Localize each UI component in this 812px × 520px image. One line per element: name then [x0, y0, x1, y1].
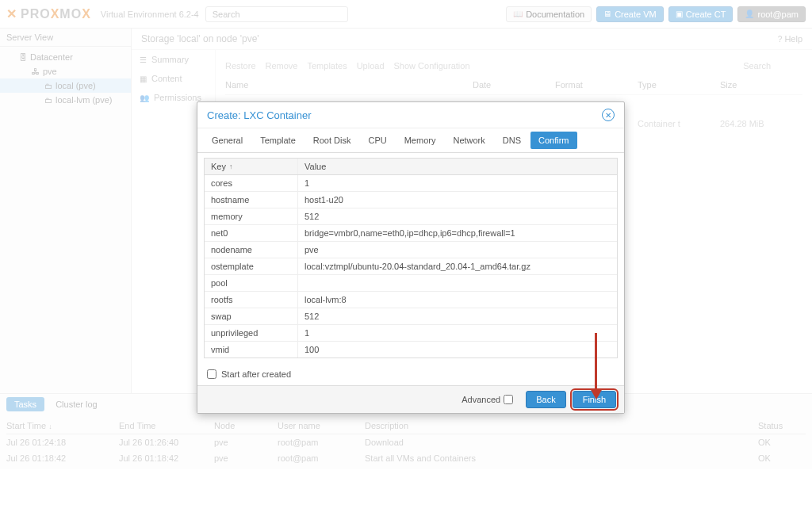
config-row[interactable]: cores1 — [205, 175, 617, 192]
cube-icon: ▣ — [676, 10, 683, 18]
col-key[interactable]: Key↑ — [205, 159, 298, 174]
upload-button[interactable]: Upload — [357, 61, 385, 71]
col-size[interactable]: Size — [720, 80, 802, 90]
config-value: 512 — [298, 308, 617, 324]
config-row[interactable]: vmid100 — [205, 342, 617, 358]
config-row[interactable]: net0bridge=vmbr0,name=eth0,ip=dhcp,ip6=d… — [205, 225, 617, 242]
create-lxc-modal: Create: LXC Container ✕ GeneralTemplateR… — [197, 101, 625, 414]
config-value: 512 — [298, 208, 617, 224]
config-table: Key↑ Value cores1hostnamehost1-u20memory… — [204, 158, 618, 358]
show-config-button[interactable]: Show Configuration — [394, 61, 470, 71]
config-key: vmid — [205, 342, 298, 358]
user-menu-button[interactable]: 👤root@pam — [737, 6, 806, 22]
col-start-time[interactable]: Start Time ↓ — [6, 421, 119, 430]
grid-icon: ▦ — [140, 75, 147, 83]
col-format[interactable]: Format — [555, 80, 638, 90]
config-value: local:vztmpl/ubuntu-20.04-standard_20.04… — [298, 258, 617, 274]
config-key: memory — [205, 208, 298, 224]
content-title: Storage 'local' on node 'pve' — [141, 33, 259, 44]
logo-x-icon: ✕ — [6, 6, 17, 21]
create-ct-button[interactable]: ▣Create CT — [668, 6, 733, 22]
col-node[interactable]: Node — [214, 421, 278, 430]
config-key: cores — [205, 175, 298, 191]
task-row[interactable]: Jul 26 01:24:18Jul 26 01:26:40pveroot@pa… — [6, 434, 806, 450]
help-button[interactable]: ?Help — [778, 33, 802, 44]
wizard-tab-cpu[interactable]: CPU — [360, 132, 394, 149]
config-key: hostname — [205, 192, 298, 208]
config-key: rootfs — [205, 292, 298, 308]
toolbar-search-label: Search — [743, 61, 771, 71]
col-type[interactable]: Type — [638, 80, 720, 90]
templates-button[interactable]: Templates — [308, 61, 347, 71]
col-user[interactable]: User name — [278, 421, 365, 430]
node-icon: 🖧 — [32, 67, 40, 76]
col-status[interactable]: Status — [758, 421, 806, 430]
back-button[interactable]: Back — [526, 391, 565, 408]
nav-sidebar: Server View 🗄Datacenter 🖧pve 🗀local (pve… — [0, 29, 132, 393]
col-description[interactable]: Description — [365, 421, 758, 430]
sort-down-icon: ↓ — [48, 422, 52, 430]
config-row[interactable]: pool — [205, 275, 617, 292]
col-value[interactable]: Value — [298, 159, 617, 174]
server-icon: 🗄 — [19, 53, 27, 62]
col-end-time[interactable]: End Time — [119, 421, 214, 430]
config-row[interactable]: memory512 — [205, 208, 617, 225]
wizard-tab-network[interactable]: Network — [445, 132, 492, 149]
col-date[interactable]: Date — [473, 80, 555, 90]
config-row[interactable]: rootfslocal-lvm:8 — [205, 292, 617, 308]
wizard-tab-template[interactable]: Template — [252, 132, 304, 149]
tab-tasks[interactable]: Tasks — [6, 397, 44, 411]
remove-button[interactable]: Remove — [266, 61, 298, 71]
task-row[interactable]: Jul 26 01:18:42Jul 26 01:18:42pveroot@pa… — [6, 450, 806, 466]
config-row[interactable]: nodenamepve — [205, 242, 617, 258]
wizard-tab-confirm[interactable]: Confirm — [530, 132, 577, 149]
tab-summary[interactable]: ☰Summary — [132, 50, 215, 69]
wizard-tab-general[interactable]: General — [204, 132, 251, 149]
config-row[interactable]: swap512 — [205, 308, 617, 325]
config-row[interactable]: ostemplatelocal:vztmpl/ubuntu-20.04-stan… — [205, 258, 617, 275]
tree-storage-local[interactable]: 🗀local (pve) — [0, 78, 131, 93]
config-row[interactable]: unprivileged1 — [205, 325, 617, 342]
tree-datacenter[interactable]: 🗄Datacenter — [0, 50, 131, 64]
product-name: Virtual Environment 6.2-4 — [101, 10, 199, 19]
config-value: 1 — [298, 325, 617, 341]
search-input[interactable] — [205, 6, 348, 22]
tab-cluster-log[interactable]: Cluster log — [48, 397, 105, 411]
sidebar-view-selector[interactable]: Server View — [0, 29, 131, 47]
storage-icon: 🗀 — [44, 82, 52, 90]
tree-storage-local-lvm[interactable]: 🗀local-lvm (pve) — [0, 93, 131, 107]
start-after-created-checkbox[interactable] — [207, 369, 216, 379]
config-row[interactable]: hostnamehost1-u20 — [205, 192, 617, 208]
top-bar: ✕ PROXMOX Virtual Environment 6.2-4 📖Doc… — [0, 0, 812, 29]
wizard-tab-dns[interactable]: DNS — [495, 132, 529, 149]
create-vm-button[interactable]: 🖥Create VM — [596, 6, 664, 22]
config-key: unprivileged — [205, 325, 298, 341]
advanced-label: Advanced — [462, 395, 500, 404]
restore-button[interactable]: Restore — [225, 61, 256, 71]
users-icon: 👥 — [140, 94, 149, 102]
tab-content[interactable]: ▦Content — [132, 69, 215, 88]
log-header: Start Time ↓ End Time Node User name Des… — [6, 418, 806, 434]
close-icon: ✕ — [605, 111, 611, 120]
monitor-icon: 🖥 — [603, 10, 611, 18]
tree-node-pve[interactable]: 🖧pve — [0, 64, 131, 78]
config-value: 1 — [298, 175, 617, 191]
close-button[interactable]: ✕ — [602, 109, 615, 121]
wizard-tab-root-disk[interactable]: Root Disk — [305, 132, 359, 149]
advanced-checkbox[interactable] — [504, 395, 513, 404]
wizard-tab-memory[interactable]: Memory — [396, 132, 444, 149]
resource-tree: 🗄Datacenter 🖧pve 🗀local (pve) 🗀local-lvm… — [0, 47, 131, 110]
config-value: local-lvm:8 — [298, 292, 617, 308]
col-name[interactable]: Name — [225, 80, 473, 90]
documentation-button[interactable]: 📖Documentation — [506, 6, 592, 22]
help-icon: ? — [778, 35, 783, 44]
modal-title: Create: LXC Container — [207, 109, 312, 121]
sort-up-icon: ↑ — [229, 162, 233, 170]
config-value: 100 — [298, 342, 617, 358]
finish-button[interactable]: Finish — [573, 391, 616, 408]
list-icon: ☰ — [140, 55, 147, 64]
config-key: swap — [205, 308, 298, 324]
config-value: bridge=vmbr0,name=eth0,ip=dhcp,ip6=dhcp,… — [298, 225, 617, 241]
config-value: pve — [298, 242, 617, 258]
config-key: nodename — [205, 242, 298, 258]
